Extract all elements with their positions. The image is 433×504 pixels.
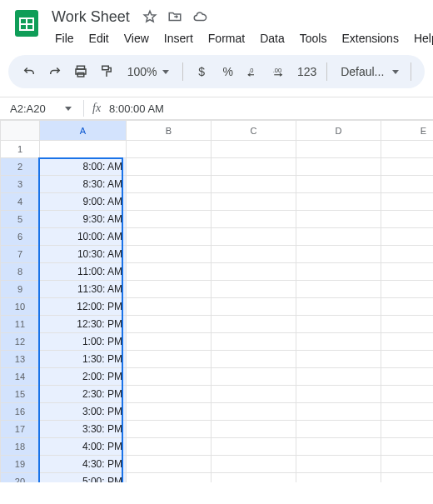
- cell[interactable]: [211, 211, 296, 228]
- cell[interactable]: [211, 473, 296, 483]
- cell[interactable]: [296, 193, 381, 211]
- cell[interactable]: 3:30: PM: [39, 421, 126, 438]
- cell[interactable]: [211, 246, 296, 263]
- cloud-status-icon[interactable]: [192, 8, 208, 25]
- cell[interactable]: [126, 421, 211, 438]
- cell[interactable]: [296, 456, 381, 473]
- row-header[interactable]: 9: [1, 281, 40, 298]
- row-header[interactable]: 2: [1, 158, 40, 176]
- zoom-select[interactable]: 100%: [122, 65, 174, 78]
- menu-tools[interactable]: Tools: [293, 28, 334, 48]
- cell[interactable]: [296, 298, 381, 316]
- row-header[interactable]: 8: [1, 263, 40, 281]
- cell[interactable]: [126, 158, 211, 176]
- cell[interactable]: [296, 333, 381, 351]
- cell[interactable]: [126, 438, 211, 456]
- cell[interactable]: 12:30: PM: [39, 316, 126, 333]
- formula-input[interactable]: [104, 102, 433, 115]
- cell[interactable]: 3:00: PM: [39, 403, 126, 421]
- cell[interactable]: [126, 403, 211, 421]
- cell[interactable]: [296, 421, 381, 438]
- cell[interactable]: [211, 158, 296, 176]
- cell[interactable]: [296, 403, 381, 421]
- cell[interactable]: [296, 246, 381, 263]
- cell[interactable]: [381, 403, 433, 421]
- row-header[interactable]: 10: [1, 298, 40, 316]
- cell[interactable]: [381, 316, 433, 333]
- cell[interactable]: 2:00: PM: [39, 368, 126, 386]
- cell[interactable]: [126, 246, 211, 263]
- move-folder-icon[interactable]: [167, 8, 183, 25]
- cell[interactable]: [296, 473, 381, 483]
- cell[interactable]: [211, 333, 296, 351]
- cell[interactable]: 10:00: AM: [39, 228, 126, 246]
- redo-button[interactable]: [44, 60, 65, 83]
- cell[interactable]: [211, 456, 296, 473]
- cell[interactable]: [126, 228, 211, 246]
- cell[interactable]: [381, 333, 433, 351]
- row-header[interactable]: 15: [1, 386, 40, 403]
- cell[interactable]: [211, 438, 296, 456]
- cell[interactable]: [381, 246, 433, 263]
- decrease-decimal-button[interactable]: .0: [244, 60, 265, 83]
- menu-view[interactable]: View: [117, 28, 156, 48]
- cell[interactable]: [381, 141, 433, 158]
- cell[interactable]: [381, 176, 433, 193]
- row-header[interactable]: 20: [1, 473, 40, 483]
- cell[interactable]: 5:00: PM: [39, 473, 126, 483]
- spreadsheet-grid[interactable]: A B C D E 128:00: AM38:30: AM49:00: AM59…: [0, 120, 433, 482]
- cell[interactable]: [126, 333, 211, 351]
- menu-edit[interactable]: Edit: [82, 28, 116, 48]
- row-header[interactable]: 12: [1, 333, 40, 351]
- cell[interactable]: [381, 421, 433, 438]
- cell[interactable]: [296, 368, 381, 386]
- row-header[interactable]: 3: [1, 176, 40, 193]
- undo-button[interactable]: [18, 60, 39, 83]
- menu-data[interactable]: Data: [253, 28, 291, 48]
- paint-format-button[interactable]: [97, 60, 117, 83]
- cell[interactable]: [211, 368, 296, 386]
- row-header[interactable]: 14: [1, 368, 40, 386]
- column-header-C[interactable]: C: [211, 121, 296, 141]
- cell[interactable]: [381, 211, 433, 228]
- menu-insert[interactable]: Insert: [157, 28, 200, 48]
- currency-button[interactable]: $: [191, 60, 212, 83]
- column-header-D[interactable]: D: [296, 121, 381, 141]
- cell[interactable]: [126, 176, 211, 193]
- cell[interactable]: 11:00: AM: [39, 263, 126, 281]
- cell[interactable]: [296, 281, 381, 298]
- cell[interactable]: [381, 228, 433, 246]
- cell[interactable]: 8:30: AM: [39, 176, 126, 193]
- row-header[interactable]: 4: [1, 193, 40, 211]
- fx-icon[interactable]: fx: [89, 102, 104, 115]
- row-header[interactable]: 18: [1, 438, 40, 456]
- select-all-corner[interactable]: [1, 121, 40, 141]
- print-button[interactable]: [70, 60, 91, 83]
- cell[interactable]: [211, 351, 296, 368]
- cell[interactable]: [211, 176, 296, 193]
- cell[interactable]: [211, 298, 296, 316]
- cell[interactable]: [381, 386, 433, 403]
- cell[interactable]: [296, 211, 381, 228]
- cell[interactable]: [126, 211, 211, 228]
- cell[interactable]: [211, 421, 296, 438]
- cell[interactable]: [381, 368, 433, 386]
- cell[interactable]: [296, 351, 381, 368]
- cell[interactable]: [126, 456, 211, 473]
- cell[interactable]: [381, 473, 433, 483]
- cell[interactable]: 1:00: PM: [39, 333, 126, 351]
- column-header-B[interactable]: B: [126, 121, 211, 141]
- sheets-logo[interactable]: [10, 7, 43, 40]
- number-format-button[interactable]: 123: [296, 60, 318, 83]
- cell[interactable]: [381, 456, 433, 473]
- menu-help[interactable]: Help: [407, 28, 433, 48]
- doc-title[interactable]: Work Sheet: [48, 7, 133, 27]
- cell[interactable]: 9:30: AM: [39, 211, 126, 228]
- cell[interactable]: [126, 141, 211, 158]
- font-select[interactable]: Defaul...: [336, 65, 402, 78]
- cell[interactable]: 2:30: PM: [39, 386, 126, 403]
- cell[interactable]: [296, 263, 381, 281]
- cell[interactable]: [126, 368, 211, 386]
- increase-decimal-button[interactable]: .00: [270, 60, 291, 83]
- menu-extensions[interactable]: Extensions: [335, 28, 405, 48]
